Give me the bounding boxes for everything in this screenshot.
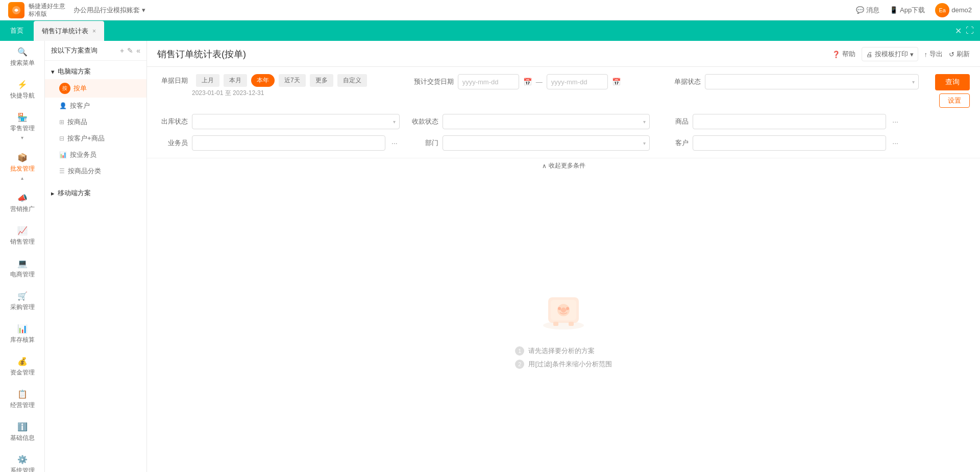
filter-area: 单据日期 上月 本月 本年 近7天 更多 自定义 2023-01-01 至 20… [147,67,980,158]
content-area: 按以下方案查询 + ✎ « ▾ 电脑端方案 按 按单 [45,41,980,472]
collapse-filter-button[interactable]: ∧ 收起更多条件 [147,158,980,173]
app-download-action[interactable]: 📱 App下载 [890,6,925,15]
sidebar-item-wholesale[interactable]: 📦 批发管理 ▴ [0,147,44,187]
status-label: 单据状态 [670,77,701,86]
svg-rect-5 [553,322,558,326]
help-button[interactable]: ❓ 帮助 [832,50,855,59]
date-btn-more[interactable]: 更多 [310,74,333,87]
tree-item-by-goods[interactable]: ⊞ 按商品 [45,114,146,130]
quick-nav-icon: ⚡ [17,80,28,89]
export-icon: ↑ [924,51,928,58]
search-icon: 🔍 [17,47,28,57]
collapse-label: 收起更多条件 [549,161,585,170]
sidebar-item-label: 批发管理 [10,164,35,173]
tree-item-label: 按商品 [67,117,87,127]
tree-item-label: 按客户 [70,101,90,110]
customer-input[interactable] [693,135,886,151]
expand-icon: ▴ [21,175,23,181]
date-btn-custom[interactable]: 自定义 [337,74,367,87]
page-title-row: 销售订单统计表(按单) ❓ 帮助 🖨 按模板打印 ▾ ↑ [157,47,970,66]
sidebar-item-label: 库存核算 [10,336,35,344]
status-group: 单据状态 ▾ [670,74,919,89]
tab-bar: 首页 销售订单统计表 × ✕ ⛶ [0,20,980,41]
tree-item-by-order[interactable]: 按 按单 [45,79,146,98]
sidebar-item-operations[interactable]: 📋 经营管理 [0,383,44,416]
tab-close-icon[interactable]: × [92,28,96,35]
sidebar-item-basic-info[interactable]: ℹ️ 基础信息 [0,416,44,449]
empty-tips: 1 请先选择要分析的方案 2 用[过滤]条件来缩小分析范围 [515,346,611,369]
pc-section-header[interactable]: ▾ 电脑端方案 [45,64,146,79]
tree-item-label: 按单 [74,84,87,93]
page-actions: ❓ 帮助 🖨 按模板打印 ▾ ↑ 导出 ↺ [832,47,970,61]
sidebar-item-ecommerce[interactable]: 💻 电商管理 [0,252,44,285]
empty-tip-2: 2 用[过滤]条件来缩小分析范围 [515,360,611,369]
window-close-icon[interactable]: ✕ [955,26,962,36]
sidebar-item-system[interactable]: ⚙️ 系统管理 [0,449,44,472]
sidebar-item-search[interactable]: 🔍 搜索菜单 [0,41,44,74]
pay-status-select[interactable] [443,114,650,129]
calendar-end-icon[interactable]: 📅 [612,78,621,86]
tree-item-by-category[interactable]: ☰ 按商品分类 [45,163,146,179]
out-status-label: 出库状态 [157,117,188,126]
sidebar-item-sales[interactable]: 📈 销售管理 [0,220,44,252]
settings-button[interactable]: 设置 [939,93,970,108]
company-selector[interactable]: 办公用品行业模拟账套 ▾ [69,4,150,17]
salesman-input[interactable] [192,135,385,151]
customer-label: 客户 [658,138,689,148]
system-icon: ⚙️ [17,455,28,464]
tree-section-mobile: ▸ 移动端方案 [45,182,146,204]
add-scheme-button[interactable]: + [120,46,124,55]
tip-num-1: 1 [515,346,524,356]
sidebar-item-finance[interactable]: 💰 资金管理 [0,350,44,383]
tree-item-label: 按商品分类 [68,167,101,176]
basic-info-icon: ℹ️ [17,422,28,432]
pc-section-label: 电脑端方案 [58,67,91,76]
tree-item-by-salesman[interactable]: 📊 按业务员 [45,147,146,163]
sidebar-item-retail[interactable]: 🏪 零售管理 ▾ [0,106,44,147]
top-bar-left: 畅捷通好生意 标准版 办公用品行业模拟账套 ▾ [8,2,150,18]
expected-date-start-input[interactable] [458,74,519,89]
date-btn-this-month[interactable]: 本月 [224,74,247,87]
goods-input[interactable] [693,114,886,129]
tab-home[interactable]: 首页 [0,20,34,41]
edit-scheme-button[interactable]: ✎ [127,46,133,55]
calendar-start-icon[interactable]: 📅 [523,78,532,86]
date-btn-this-year[interactable]: 本年 [251,74,275,87]
avatar: Ea [935,3,949,17]
sidebar-item-label: 基础信息 [10,434,35,442]
template-print-button[interactable]: 🖨 按模板打印 ▾ [862,47,918,61]
sidebar-item-purchase[interactable]: 🛒 采购管理 [0,285,44,318]
sidebar-item-marketing[interactable]: 📣 营销推广 [0,187,44,220]
tree-item-by-customer[interactable]: 👤 按客户 [45,98,146,114]
svg-point-8 [566,307,569,310]
message-action[interactable]: 💬 消息 [856,6,879,15]
status-select[interactable] [705,74,919,89]
goods-more-icon[interactable]: ··· [890,117,900,126]
chevron-down-icon: ▾ [142,6,145,14]
expected-date-end-input[interactable] [547,74,608,89]
window-maximize-icon[interactable]: ⛶ [966,26,974,35]
sidebar-item-quick-nav[interactable]: ⚡ 快捷导航 [0,74,44,106]
collapse-up-icon: ∧ [542,162,547,170]
collapse-panel-button[interactable]: « [136,46,140,55]
expected-date-group: 预计交货日期 📅 — 📅 [414,74,663,89]
customer-more-icon[interactable]: ··· [890,139,900,147]
operations-icon: 📋 [17,389,28,399]
mobile-section-header[interactable]: ▸ 移动端方案 [45,185,146,201]
out-status-select[interactable] [192,114,400,129]
query-button[interactable]: 查询 [935,74,970,90]
sidebar-item-inventory[interactable]: 📊 库存核算 [0,318,44,350]
tree-section-pc: ▾ 电脑端方案 按 按单 👤 按客户 ⊞ 按商品 [45,61,146,182]
export-button[interactable]: ↑ 导出 [924,50,943,59]
refresh-button[interactable]: ↺ 刷新 [949,50,970,59]
tab-sales-stats[interactable]: 销售订单统计表 × [34,21,104,41]
by-order-badge: 按 [59,83,70,94]
dept-select[interactable] [443,135,650,151]
tree-item-by-customer-goods[interactable]: ⊟ 按客户+商品 [45,130,146,147]
date-btn-last-month[interactable]: 上月 [196,74,219,87]
date-btn-7days[interactable]: 近7天 [279,74,306,87]
refresh-icon: ↺ [949,51,954,58]
salesman-more-icon[interactable]: ··· [389,139,400,147]
date-label: 单据日期 [157,76,188,85]
user-action[interactable]: Ea demo2 [935,3,972,17]
